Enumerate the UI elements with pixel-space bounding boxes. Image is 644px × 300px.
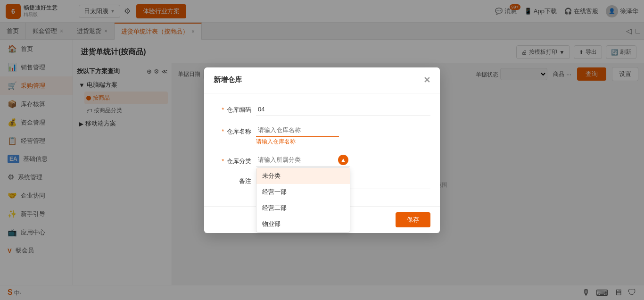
modal-overlay: 新增仓库 ✕ * 仓库编码 * 仓库名称 [0,0,644,300]
category-form-row: * 仓库分类 ▲ 未分类 经营一部 经营二部 物业部 [214,153,430,167]
dropdown-option-unclassified[interactable]: 未分类 [256,168,350,184]
category-input[interactable] [256,153,350,167]
modal-close-btn[interactable]: ✕ [423,75,430,85]
modal-header: 新增仓库 ✕ [204,67,440,93]
name-input[interactable] [256,124,339,137]
dropdown-option-property[interactable]: 物业部 [256,216,350,232]
category-select-wrapper: ▲ 未分类 经营一部 经营二部 物业部 [256,153,350,167]
code-form-row: * 仓库编码 [214,103,430,116]
category-label: * 仓库分类 [214,154,256,166]
category-toggle-btn[interactable]: ▲ [338,155,348,165]
name-error-msg: 请输入仓库名称 [256,138,296,146]
code-label: * 仓库编码 [214,103,256,114]
note-label: 备注 [214,174,256,185]
code-input[interactable] [256,103,430,116]
category-dropdown: 未分类 经营一部 经营二部 物业部 [256,167,350,233]
modal-title: 新增仓库 [214,75,242,84]
name-form-row: * 仓库名称 请输入仓库名称 [214,124,430,146]
name-label: * 仓库名称 [214,125,256,136]
new-warehouse-modal: 新增仓库 ✕ * 仓库编码 * 仓库名称 [204,67,440,233]
dropdown-option-dept2[interactable]: 经营二部 [256,200,350,216]
dropdown-option-dept1[interactable]: 经营一部 [256,184,350,200]
save-btn[interactable]: 保存 [396,212,430,227]
modal-body: * 仓库编码 * 仓库名称 请输入仓库名称 [204,93,440,206]
